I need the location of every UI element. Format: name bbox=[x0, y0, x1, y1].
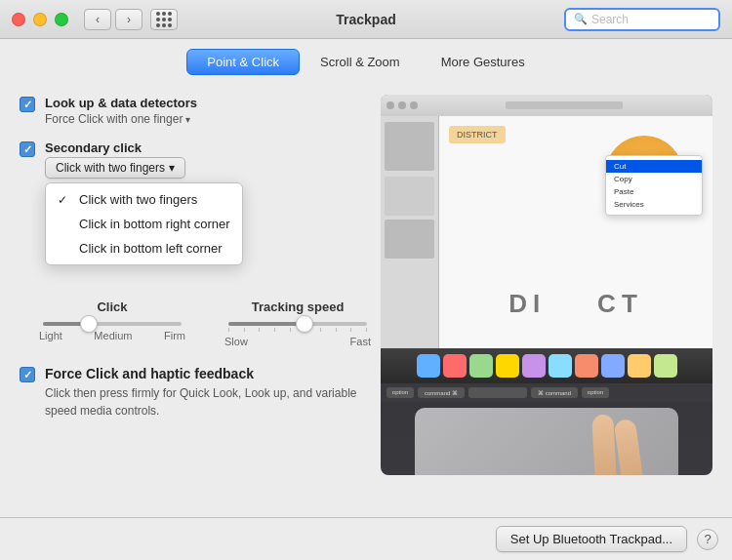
tracking-slider-range: Slow Fast bbox=[224, 336, 371, 347]
secondary-click-checkbox[interactable] bbox=[20, 141, 35, 157]
screen-main: DI CT DISTRICT Cut Copy Paste Services bbox=[439, 116, 712, 348]
check-icon: ✓ bbox=[58, 193, 71, 207]
trackpad-demo-image: DI CT DISTRICT Cut Copy Paste Services bbox=[381, 95, 712, 475]
force-click-checkbox[interactable] bbox=[20, 367, 35, 382]
key-command-left: command ⌘ bbox=[418, 387, 465, 398]
secondary-click-setting: Secondary click Click with two fingers ▾… bbox=[20, 140, 371, 182]
tab-more-gestures[interactable]: More Gestures bbox=[421, 49, 546, 75]
dropdown-option-bottom-right[interactable]: Click in bottom right corner bbox=[46, 212, 242, 236]
force-click-subtitle: Click then press firmly for Quick Look, … bbox=[45, 384, 371, 420]
secondary-click-labels: Secondary click Click with two fingers ▾… bbox=[45, 140, 371, 182]
secondary-click-title: Secondary click bbox=[45, 140, 371, 157]
forward-button[interactable]: › bbox=[115, 9, 142, 30]
traffic-lights bbox=[12, 13, 68, 26]
secondary-click-area: Click with two fingers ▾ ✓ Click with tw… bbox=[45, 157, 371, 179]
force-click-title: Force Click and haptic feedback bbox=[45, 365, 371, 384]
search-input[interactable]: Search bbox=[591, 13, 629, 26]
search-icon: 🔍 bbox=[574, 13, 588, 25]
titlebar: ‹ › Trackpad 🔍 Search bbox=[0, 0, 732, 39]
finger1 bbox=[614, 419, 644, 475]
trackpad-pad bbox=[415, 408, 678, 475]
window-title: Trackpad bbox=[336, 12, 395, 27]
menu-item-3: Paste bbox=[606, 185, 702, 198]
lookup-setting: Look up & data detectors Force Click wit… bbox=[20, 95, 371, 126]
click-slider-group: Click Light Medium Firm bbox=[39, 300, 185, 347]
click-slider-range: Light Medium Firm bbox=[39, 330, 185, 341]
screen-content: DI CT DISTRICT Cut Copy Paste Services bbox=[381, 116, 712, 348]
menu-item-2: Copy bbox=[606, 173, 702, 185]
main-content: Look up & data detectors Force Click wit… bbox=[0, 83, 732, 487]
menu-item-1: Cut bbox=[606, 160, 702, 173]
key-option-left: option bbox=[386, 387, 414, 398]
setup-bluetooth-button[interactable]: Set Up Bluetooth Trackpad... bbox=[496, 526, 687, 552]
lookup-arrow-icon: ▾ bbox=[185, 114, 190, 125]
tabs-bar: Point & Click Scroll & Zoom More Gesture… bbox=[0, 39, 732, 83]
back-button[interactable]: ‹ bbox=[84, 9, 111, 30]
dropdown-option-two-fingers[interactable]: ✓ Click with two fingers bbox=[46, 187, 242, 212]
keyboard-area: option command ⌘ ⌘ command option bbox=[381, 383, 712, 402]
click-slider-label: Click bbox=[39, 300, 185, 314]
right-panel: DI CT DISTRICT Cut Copy Paste Services bbox=[381, 95, 712, 475]
sliders-section: Click Light Medium Firm Tracking speed bbox=[20, 300, 371, 347]
help-button[interactable]: ? bbox=[697, 529, 718, 550]
lookup-labels: Look up & data detectors Force Click wit… bbox=[45, 95, 371, 126]
secondary-click-dropdown[interactable]: Click with two fingers ▾ bbox=[45, 157, 185, 179]
minimize-button[interactable] bbox=[33, 13, 47, 26]
tab-point-click[interactable]: Point & Click bbox=[186, 49, 300, 75]
click-slider-track[interactable] bbox=[43, 322, 182, 326]
close-button[interactable] bbox=[12, 13, 25, 26]
di-ct-label: DI CT bbox=[508, 289, 643, 319]
screen-sidebar bbox=[381, 116, 439, 348]
dock-area bbox=[381, 348, 712, 383]
lookup-subtitle: Force Click with one finger ▾ bbox=[45, 112, 371, 126]
left-panel: Look up & data detectors Force Click wit… bbox=[20, 95, 371, 475]
key-option-right: option bbox=[582, 387, 609, 398]
force-click-labels: Force Click and haptic feedback Click th… bbox=[45, 365, 371, 420]
badge-label: DISTRICT bbox=[449, 126, 506, 143]
menu-item-4: Services bbox=[606, 198, 702, 211]
hand-gesture bbox=[551, 410, 649, 475]
search-box[interactable]: 🔍 Search bbox=[564, 8, 720, 31]
finger2 bbox=[591, 414, 617, 475]
force-click-setting: Force Click and haptic feedback Click th… bbox=[20, 365, 371, 420]
tracking-slider-track[interactable] bbox=[228, 322, 367, 326]
dropdown-chevron-icon: ▾ bbox=[169, 161, 175, 175]
secondary-click-dropdown-menu: ✓ Click with two fingers Click in bottom… bbox=[45, 182, 243, 265]
bottom-bar: Set Up Bluetooth Trackpad... ? bbox=[0, 517, 732, 560]
maximize-button[interactable] bbox=[55, 13, 68, 26]
lookup-title: Look up & data detectors bbox=[45, 95, 371, 112]
context-menu-overlay: Cut Copy Paste Services bbox=[605, 155, 703, 216]
dropdown-option-bottom-left[interactable]: Click in bottom left corner bbox=[46, 236, 242, 260]
check-placeholder2 bbox=[58, 242, 71, 256]
check-placeholder bbox=[58, 218, 71, 231]
key-command-right: ⌘ command bbox=[531, 387, 578, 398]
nav-buttons: ‹ › bbox=[84, 9, 142, 30]
screen-area: DI CT DISTRICT Cut Copy Paste Services bbox=[381, 95, 712, 348]
lookup-checkbox[interactable] bbox=[20, 97, 35, 112]
screen-top-bar bbox=[381, 95, 712, 116]
tracking-slider-label: Tracking speed bbox=[224, 300, 371, 314]
tab-scroll-zoom[interactable]: Scroll & Zoom bbox=[300, 49, 421, 75]
grid-button[interactable] bbox=[150, 9, 178, 30]
key-space bbox=[468, 387, 527, 398]
tracking-slider-group: Tracking speed Slow Fast bbox=[224, 300, 371, 347]
